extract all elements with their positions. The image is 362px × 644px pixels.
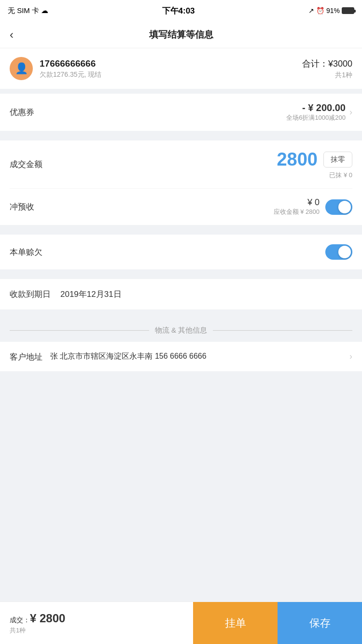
section-divider-3: [0, 274, 362, 279]
status-left: 无 SIM 卡 ☁: [8, 6, 48, 15]
chong-amount-area: ¥ 0 应收金额 ¥ 2800: [274, 197, 320, 216]
gray-filler: [0, 371, 362, 448]
chong-toggle[interactable]: [325, 199, 352, 215]
deal-amount-value: 2800: [277, 149, 318, 170]
debt-row: 本单赊欠: [0, 235, 362, 269]
status-right: ↗ ⏰ 91%: [308, 7, 354, 14]
debt-toggle[interactable]: [325, 244, 352, 260]
nav-bar: ‹ 填写结算等信息: [0, 21, 362, 48]
battery-icon: [342, 7, 354, 14]
chevron-right-icon: ›: [349, 107, 352, 117]
coupon-right: - ¥ 200.00 全场6折满1000减200 ›: [286, 102, 352, 122]
signal-text: 无 SIM 卡 ☁: [8, 6, 48, 15]
avatar: 👤: [10, 57, 33, 80]
logistics-line-right: [213, 330, 352, 331]
address-chevron-icon: ›: [349, 350, 352, 362]
location-icon: ↗: [308, 7, 314, 14]
save-button[interactable]: 保存: [278, 602, 362, 644]
battery-percent: 91%: [326, 7, 340, 14]
chong-row: 冲预收 ¥ 0 应收金额 ¥ 2800: [10, 189, 352, 225]
coupon-discount: - ¥ 200.00 全场6折满1000减200: [286, 102, 346, 122]
user-sub: 欠款1276.35元, 现结: [40, 70, 101, 79]
chong-sub: 应收金额 ¥ 2800: [274, 208, 320, 216]
debt-label: 本单赊欠: [10, 247, 42, 258]
section-divider-2: [0, 230, 362, 235]
coupon-row[interactable]: 优惠券 - ¥ 200.00 全场6折满1000减200 ›: [0, 94, 362, 131]
item-count: 共1种: [302, 71, 352, 80]
deal-amount-text: ¥ 2800: [30, 612, 65, 625]
debt-toggle-knob: [338, 246, 351, 258]
due-date-value: 2019年12月31日: [60, 289, 122, 300]
total-value: ¥3000: [328, 59, 352, 69]
deal-amount-row: 成交金额 2800 抹零 已抹 ¥ 0: [10, 140, 352, 189]
logistics-label: 物流 & 其他信息: [155, 326, 207, 335]
status-bar: 无 SIM 卡 ☁ 下午4:03 ↗ ⏰ 91%: [0, 0, 362, 21]
bottom-info: 成交：¥ 2800 共1种: [0, 612, 193, 635]
chong-right: ¥ 0 应收金额 ¥ 2800: [274, 197, 352, 216]
deal-amount-label: 成交金额: [10, 159, 48, 170]
round-button[interactable]: 抹零: [323, 152, 352, 168]
page-title: 填写结算等信息: [149, 28, 213, 41]
bottom-bar: 成交：¥ 2800 共1种 挂单 保存: [0, 602, 362, 644]
coupon-label: 优惠券: [10, 107, 34, 118]
user-phone: 17666666666: [40, 58, 101, 69]
alarm-icon: ⏰: [316, 7, 324, 14]
user-total: 合计：¥3000 共1种: [302, 58, 352, 80]
logistics-header: 物流 & 其他信息: [0, 319, 362, 342]
chong-amount: ¥ 0: [274, 197, 320, 208]
bottom-count: 共1种: [10, 626, 183, 635]
status-time: 下午4:03: [162, 5, 195, 16]
address-value: 张 北京市市辖区海淀区永丰南 156 6666 6666: [50, 350, 344, 362]
deal-label-text: 成交：: [10, 616, 30, 624]
user-card: 👤 17666666666 欠款1276.35元, 现结 合计：¥3000 共1…: [0, 48, 362, 89]
deal-amount-section: 成交金额 2800 抹零 已抹 ¥ 0 冲预收 ¥ 0 应收金额 ¥ 2800: [0, 140, 362, 225]
coupon-amount: - ¥ 200.00: [286, 102, 346, 113]
address-row[interactable]: 客户地址 张 北京市市辖区海淀区永丰南 156 6666 6666 ›: [0, 342, 362, 371]
toggle-knob: [338, 201, 351, 213]
bottom-deal-label: 成交：¥ 2800: [10, 612, 183, 625]
hold-button[interactable]: 挂单: [193, 602, 278, 644]
section-divider-4: [0, 314, 362, 319]
due-date-label: 收款到期日: [10, 289, 51, 300]
total-label: 合计：: [302, 59, 328, 69]
chong-label: 冲预收: [10, 201, 34, 212]
deal-amount-sub: 已抹 ¥ 0: [329, 171, 352, 180]
section-divider-1: [0, 136, 362, 140]
user-info-left: 👤 17666666666 欠款1276.35元, 现结: [10, 57, 101, 80]
address-label: 客户地址: [10, 350, 44, 363]
logistics-line-left: [10, 330, 149, 331]
user-info: 17666666666 欠款1276.35元, 现结: [40, 58, 101, 79]
deal-amount-value-area: 2800 抹零: [277, 149, 352, 170]
due-date-row: 收款到期日 2019年12月31日: [0, 279, 362, 309]
total-amount: 合计：¥3000: [302, 58, 352, 70]
coupon-desc: 全场6折满1000减200: [286, 113, 346, 122]
back-button[interactable]: ‹: [6, 24, 17, 45]
main-content: 👤 17666666666 欠款1276.35元, 现结 合计：¥3000 共1…: [0, 48, 362, 497]
